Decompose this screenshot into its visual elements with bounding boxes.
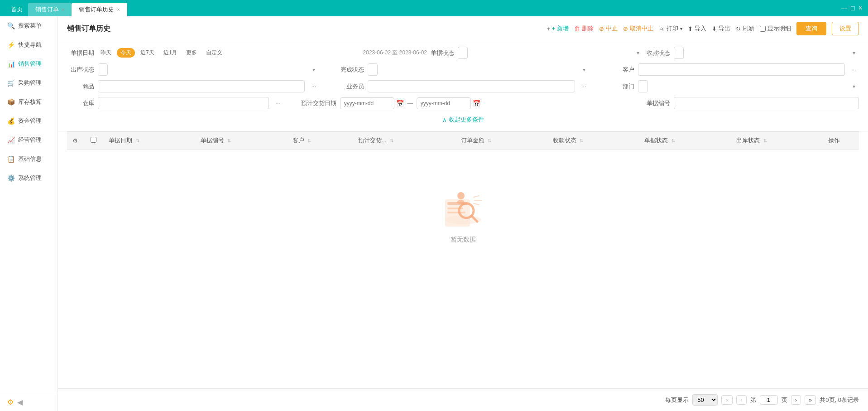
- col-order-amount: 订单金额 ⇅: [456, 132, 547, 150]
- minimize-btn[interactable]: —: [841, 5, 847, 12]
- col-customer-sort[interactable]: ⇅: [307, 138, 311, 143]
- refresh-icon: ↻: [736, 25, 741, 32]
- tab-sales-order-history-close[interactable]: ×: [117, 7, 120, 12]
- tab-sales-order[interactable]: 销售订单 ×: [28, 3, 72, 16]
- col-action: 操作: [823, 132, 859, 150]
- filter-outbound-status-item: 出库状态: [67, 63, 319, 76]
- delete-label: 删除: [582, 24, 594, 33]
- sidebar-item-basic-info[interactable]: 📋 基础信息: [0, 150, 58, 169]
- delivery-date-start[interactable]: [340, 97, 394, 109]
- warehouse-label: 仓库: [67, 99, 94, 107]
- last-page-button[interactable]: »: [805, 395, 816, 405]
- import-icon: ⬆: [688, 25, 693, 32]
- empty-state-cell: 暂无数据: [67, 150, 859, 280]
- sidebar-item-system[interactable]: ⚙️ 系统管理: [0, 169, 58, 188]
- maximize-btn[interactable]: □: [851, 5, 854, 12]
- settings-gear-icon[interactable]: ⚙: [72, 137, 78, 144]
- collapse-button[interactable]: ∧ 收起更多条件: [67, 114, 859, 126]
- display-detail-checkbox[interactable]: 显示明细: [760, 24, 791, 33]
- tab-home[interactable]: 首页: [5, 3, 28, 16]
- delete-button[interactable]: 🗑 删除: [574, 24, 594, 33]
- filter-complete-status-item: 完成状态: [337, 63, 589, 76]
- sidebar-item-sales-mgmt[interactable]: 📊 销售管理: [0, 54, 58, 73]
- tab-sales-order-close[interactable]: ×: [62, 7, 64, 12]
- col-payment-status-sort[interactable]: ⇅: [580, 138, 583, 143]
- tab-sales-order-history[interactable]: 销售订单历史 ×: [72, 3, 127, 16]
- col-doc-no-label: 单据编号: [201, 137, 224, 144]
- salesperson-input[interactable]: [368, 80, 575, 92]
- sidebar-item-search-menu[interactable]: 🔍 搜索菜单: [0, 16, 58, 35]
- query-button[interactable]: 查询: [796, 22, 826, 35]
- search-menu-icon: 🔍: [7, 22, 14, 29]
- col-doc-date-sort[interactable]: ⇅: [136, 138, 139, 143]
- export-label: 导出: [719, 24, 730, 33]
- col-action-label: 操作: [828, 137, 840, 144]
- dept-select[interactable]: [638, 80, 648, 92]
- select-all-checkbox[interactable]: [91, 137, 96, 143]
- col-outbound-status-sort[interactable]: ⇅: [763, 138, 767, 143]
- date-tag-custom[interactable]: 自定义: [202, 48, 226, 58]
- filter-goods-item: 商品 ···: [67, 80, 319, 92]
- customer-ellipsis-btn[interactable]: ···: [849, 66, 859, 73]
- export-button[interactable]: ⬇ 导出: [712, 24, 730, 33]
- sidebar-item-quick-nav[interactable]: ⚡ 快捷导航: [0, 35, 58, 54]
- table-header: ⚙ 单据日期 ⇅ 单据编号 ⇅: [67, 132, 859, 150]
- goods-ellipsis-btn[interactable]: ···: [308, 83, 319, 90]
- date-tag-1month[interactable]: 近1月: [160, 48, 181, 58]
- order-no-input[interactable]: [674, 97, 859, 109]
- display-detail-input[interactable]: [760, 26, 766, 32]
- data-table: ⚙ 单据日期 ⇅ 单据编号 ⇅: [67, 131, 859, 280]
- date-tag-7days[interactable]: 近7天: [137, 48, 158, 58]
- date-tag-yesterday[interactable]: 昨天: [97, 48, 115, 58]
- refresh-button[interactable]: ↻ 刷新: [736, 24, 754, 33]
- cancel-stop-button[interactable]: ⊘ 取消中止: [623, 24, 653, 33]
- delete-icon: 🗑: [574, 25, 580, 32]
- svg-line-8: [474, 196, 479, 197]
- sidebar-collapse-icon[interactable]: ◀: [17, 398, 23, 406]
- col-expected-delivery-sort[interactable]: ⇅: [390, 138, 393, 143]
- sidebar-item-inventory-label: 库存核算: [18, 98, 42, 106]
- col-doc-no-sort[interactable]: ⇅: [227, 138, 231, 143]
- sidebar-item-purchase-mgmt[interactable]: 🛒 采购管理: [0, 73, 58, 92]
- page-size-select[interactable]: 10 20 50 100: [692, 394, 718, 406]
- delivery-date-end[interactable]: [417, 97, 471, 109]
- svg-line-10: [474, 203, 479, 205]
- outbound-status-select[interactable]: [98, 63, 108, 76]
- col-doc-status-sort[interactable]: ⇅: [671, 138, 675, 143]
- close-btn[interactable]: ×: [858, 4, 863, 12]
- prev-page-button[interactable]: ‹: [736, 395, 746, 405]
- date-tag-more[interactable]: 更多: [182, 48, 201, 58]
- next-page-button[interactable]: ›: [791, 395, 801, 405]
- sidebar-item-finance[interactable]: 💰 资金管理: [0, 111, 58, 131]
- payment-status-select[interactable]: [674, 47, 684, 59]
- calendar-end-icon[interactable]: 📅: [473, 100, 480, 107]
- customer-input[interactable]: [638, 63, 845, 76]
- print-button[interactable]: 🖨 打印 ▾: [659, 24, 682, 33]
- warehouse-input[interactable]: [98, 97, 269, 109]
- filter-date-item: 单据日期 昨天 今天 近7天 近1月 更多 自定义 2023-06-02 至 2…: [67, 48, 427, 58]
- sidebar-item-operations[interactable]: 📈 经营管理: [0, 131, 58, 150]
- first-page-button[interactable]: «: [721, 395, 733, 405]
- payment-status-select-wrapper: [674, 47, 859, 59]
- sidebar-settings-icon[interactable]: ⚙: [7, 398, 14, 406]
- warehouse-ellipsis-btn[interactable]: ···: [273, 100, 283, 106]
- import-button[interactable]: ⬆ 导入: [688, 24, 706, 33]
- col-order-amount-sort[interactable]: ⇅: [488, 138, 491, 143]
- new-button[interactable]: + + 新增: [547, 24, 569, 33]
- order-status-select[interactable]: [458, 47, 468, 59]
- complete-status-select[interactable]: [368, 63, 378, 76]
- collapse-label: 收起更多条件: [449, 116, 484, 124]
- date-tag-today[interactable]: 今天: [117, 48, 135, 58]
- goods-input[interactable]: [98, 80, 305, 92]
- filter-row-4: 仓库 ··· 预计交货日期 📅 — 📅 单据编号: [67, 97, 859, 109]
- setting-button[interactable]: 设置: [832, 22, 859, 35]
- outbound-status-label: 出库状态: [67, 66, 94, 74]
- page-number-input[interactable]: [760, 395, 778, 405]
- calendar-start-icon[interactable]: 📅: [396, 100, 404, 107]
- sidebar-item-purchase-mgmt-label: 采购管理: [18, 79, 42, 87]
- salesperson-ellipsis-btn[interactable]: ···: [579, 83, 589, 90]
- stop-button[interactable]: ⊘ 中止: [599, 24, 618, 33]
- operations-icon: 📈: [7, 136, 14, 144]
- svg-rect-4: [447, 212, 465, 213]
- sidebar-item-inventory[interactable]: 📦 库存核算: [0, 92, 58, 111]
